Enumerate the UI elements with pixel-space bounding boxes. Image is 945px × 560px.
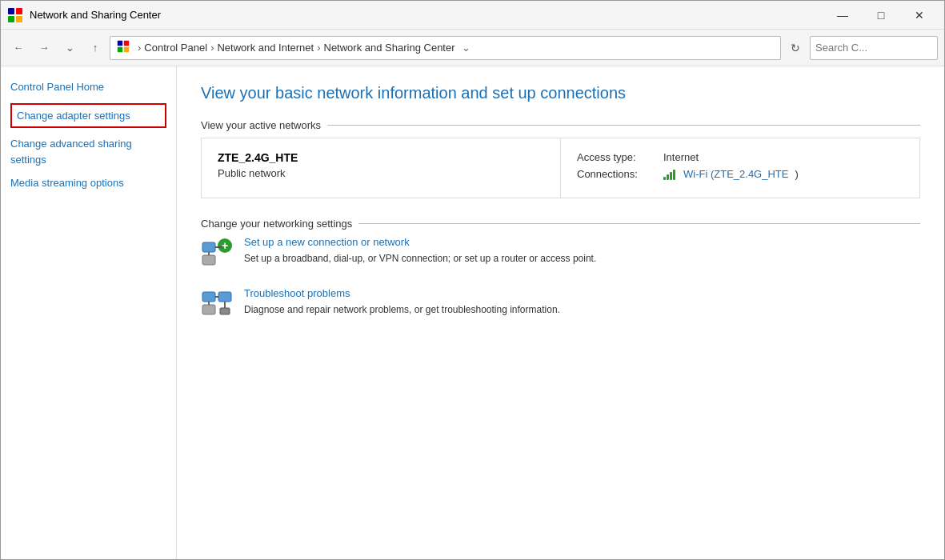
sep1: › (138, 42, 141, 54)
change-settings-label: Change your networking settings (201, 218, 920, 230)
forward-button[interactable]: → (33, 37, 55, 59)
troubleshoot-desc: Diagnose and repair network problems, or… (244, 304, 560, 315)
svg-rect-14 (202, 292, 215, 302)
sep2: › (210, 42, 214, 54)
wifi-bar-1 (663, 177, 666, 180)
refresh-button[interactable]: ↻ (784, 37, 807, 59)
connections-suffix: ) (795, 168, 798, 180)
search-input[interactable] (815, 42, 945, 54)
window-icon (7, 7, 23, 23)
new-connection-icon: + (201, 236, 233, 268)
svg-rect-15 (202, 305, 215, 314)
dropdown-button[interactable]: ⌄ (58, 37, 81, 59)
minimize-button[interactable]: — (824, 3, 861, 27)
breadcrumb-1[interactable]: Control Panel (144, 42, 207, 54)
path-icon (117, 40, 130, 55)
sidebar: Control Panel Home Change adapter settin… (1, 66, 177, 559)
svg-rect-2 (8, 16, 14, 22)
title-bar: Network and Sharing Center — □ ✕ (1, 1, 944, 30)
connections-label: Connections: (577, 168, 657, 180)
main-content: Control Panel Home Change adapter settin… (1, 66, 944, 559)
window-controls: — □ ✕ (824, 3, 938, 27)
svg-rect-9 (202, 255, 215, 265)
new-connection-link[interactable]: Set up a new connection or network (244, 236, 596, 248)
sidebar-item-home[interactable]: Control Panel Home (10, 79, 166, 95)
svg-rect-1 (16, 8, 22, 14)
setting-item-new-connection: + Set up a new connection or network Set… (201, 236, 920, 268)
wifi-bar-3 (670, 172, 672, 180)
active-networks-label: View your active networks (201, 119, 920, 131)
address-bar: ← → ⌄ ↑ › Control Panel › Network and In… (1, 30, 944, 66)
back-button[interactable]: ← (7, 37, 30, 59)
wifi-signal-icon (663, 169, 675, 180)
close-button[interactable]: ✕ (901, 3, 938, 27)
svg-rect-3 (16, 16, 22, 22)
troubleshoot-link[interactable]: Troubleshoot problems (244, 287, 560, 299)
sidebar-item-media-streaming[interactable]: Media streaming options (10, 175, 166, 191)
svg-rect-6 (118, 47, 122, 52)
sidebar-item-change-adapter[interactable]: Change adapter settings (10, 103, 166, 129)
page-title: View your basic network information and … (201, 82, 920, 103)
svg-rect-20 (220, 308, 230, 314)
svg-rect-5 (124, 41, 129, 46)
access-type-label: Access type: (577, 151, 657, 163)
settings-section: Change your networking settings + (201, 218, 920, 319)
sep3: › (317, 42, 320, 54)
network-right: Access type: Internet Connections: Wi-Fi… (561, 138, 919, 198)
network-name: ZTE_2.4G_HTE (218, 151, 544, 164)
access-type-row: Access type: Internet (577, 151, 903, 163)
setting-item-troubleshoot: Troubleshoot problems Diagnose and repai… (201, 287, 920, 319)
setting-text-new-connection: Set up a new connection or network Set u… (244, 236, 596, 266)
wifi-bar-4 (673, 170, 675, 180)
network-info-box: ZTE_2.4G_HTE Public network Access type:… (201, 138, 920, 198)
new-connection-desc: Set up a broadband, dial-up, or VPN conn… (244, 253, 596, 264)
sidebar-item-change-advanced[interactable]: Change advanced sharing settings (10, 136, 166, 167)
svg-rect-4 (118, 41, 122, 46)
wifi-bar-2 (667, 174, 669, 180)
network-left: ZTE_2.4G_HTE Public network (202, 138, 561, 198)
connections-link[interactable]: Wi-Fi (ZTE_2.4G_HTE (683, 168, 788, 180)
search-box[interactable]: 🔍 (810, 36, 938, 60)
troubleshoot-icon (201, 287, 233, 319)
svg-rect-0 (8, 8, 14, 14)
breadcrumb-2[interactable]: Network and Internet (217, 42, 314, 54)
svg-rect-16 (218, 292, 231, 302)
main-window: Network and Sharing Center — □ ✕ ← → ⌄ ↑… (0, 0, 945, 560)
chevron-down-icon[interactable]: ⌄ (462, 42, 470, 54)
up-button[interactable]: ↑ (84, 37, 106, 59)
svg-text:+: + (222, 239, 228, 252)
breadcrumb-3[interactable]: Network and Sharing Center (324, 42, 455, 54)
address-path[interactable]: › Control Panel › Network and Internet ›… (110, 36, 781, 60)
connections-row: Connections: Wi-Fi (ZTE_2.4G_HTE ) (577, 168, 903, 180)
setting-text-troubleshoot: Troubleshoot problems Diagnose and repai… (244, 287, 560, 317)
svg-rect-7 (124, 47, 129, 52)
content-area: View your basic network information and … (177, 66, 944, 559)
network-type: Public network (218, 167, 544, 179)
svg-rect-8 (202, 242, 215, 252)
maximize-button[interactable]: □ (863, 3, 899, 27)
window-title: Network and Sharing Center (30, 9, 824, 21)
access-type-value: Internet (663, 151, 699, 163)
